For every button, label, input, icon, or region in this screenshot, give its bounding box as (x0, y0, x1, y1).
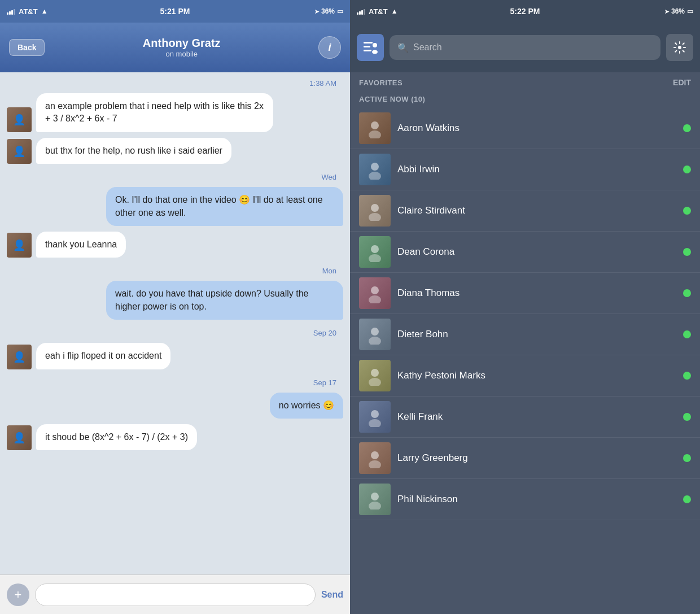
svg-point-22 (371, 451, 379, 459)
bubble-5: wait. do you have that upside down? Usua… (106, 281, 343, 320)
search-input[interactable] (413, 42, 653, 53)
battery-icon-right: ▭ (687, 7, 693, 15)
contact-avatar-c9 (359, 442, 391, 474)
contacts-icon (362, 40, 378, 55)
message-row-5: wait. do you have that upside down? Usua… (7, 281, 343, 320)
contact-name: Anthony Gratz (143, 37, 221, 50)
status-bar-right: AT&T ▲ 5:22 PM ➤ 36% ▭ (350, 0, 700, 23)
msg-timestamp-3: Wed (322, 173, 339, 181)
contact-avatar-c10 (359, 484, 391, 515)
arrow-icon: ➤ (314, 8, 319, 15)
back-button[interactable]: Back (9, 39, 45, 56)
svg-point-10 (371, 204, 379, 212)
input-bar: + Send (0, 574, 350, 614)
contacts-icon-button[interactable] (357, 34, 384, 61)
contact-row-c10[interactable]: Phil Nickinson (350, 479, 700, 520)
signal-icon (7, 8, 15, 15)
avatar-1: 👤 (7, 107, 32, 132)
avatar-icon (365, 118, 385, 138)
svg-point-4 (372, 50, 378, 54)
contact-avatar-c8 (359, 401, 391, 433)
contact-name-c1: Aaron Watkins (397, 123, 683, 134)
gear-icon (673, 41, 686, 54)
contact-row-c6[interactable]: Dieter Bohn (350, 314, 700, 355)
contact-name-c6: Dieter Bohn (397, 329, 683, 340)
message-input[interactable] (35, 583, 316, 606)
search-bar: 🔍 (390, 35, 660, 60)
online-indicator-c5 (683, 289, 691, 297)
send-button[interactable]: Send (321, 590, 343, 600)
time-left: 5:21 PM (160, 7, 190, 16)
contact-row-c2[interactable]: Abbi Irwin (350, 149, 700, 190)
plus-button[interactable]: + (7, 583, 29, 606)
svg-point-5 (678, 46, 681, 49)
right-toolbar: 🔍 (350, 23, 700, 72)
msg-timestamp-6: Sep 20 (313, 329, 339, 337)
svg-point-24 (371, 493, 379, 500)
arrow-icon-right: ➤ (664, 8, 669, 15)
active-now-header: ACTIVE NOW (10) (350, 90, 700, 108)
message-row-4: 👤 thank you Leanna (7, 232, 343, 258)
contact-name-c9: Larry Greenberg (397, 452, 683, 464)
gear-button[interactable] (666, 34, 693, 61)
status-bar-left: AT&T ▲ 5:21 PM ➤ 36% ▭ (0, 0, 350, 23)
contact-row-c1[interactable]: Aaron Watkins (350, 108, 700, 149)
svg-point-20 (371, 410, 379, 418)
online-indicator-c3 (683, 207, 691, 215)
contact-row-c4[interactable]: Dean Corona (350, 232, 700, 273)
avatar-6: 👤 (7, 345, 32, 369)
contact-row-c3[interactable]: Claire Stirdivant (350, 190, 700, 232)
svg-point-12 (371, 245, 379, 253)
avatar-8: 👤 (7, 425, 32, 450)
avatar-icon (365, 159, 385, 180)
contact-avatar-c4 (359, 236, 391, 268)
contact-avatar-c3 (359, 195, 391, 227)
svg-point-11 (369, 213, 381, 221)
avatar-icon (365, 407, 385, 427)
svg-point-17 (369, 337, 381, 345)
svg-point-8 (371, 163, 379, 171)
svg-point-14 (371, 286, 379, 294)
favorites-edit-button[interactable]: EDIT (673, 78, 691, 87)
bubble-4: thank you Leanna (36, 232, 126, 258)
contact-row-c7[interactable]: Kathy Pestoni Marks (350, 355, 700, 397)
online-indicator-c2 (683, 166, 691, 173)
msg-timestamp-5: Mon (322, 267, 339, 275)
bubble-1: an example problem that i need help with… (36, 93, 273, 132)
online-indicator-c9 (683, 454, 691, 462)
wifi-icon-right: ▲ (391, 7, 398, 15)
avatar-2: 👤 (7, 139, 32, 164)
avatar-icon (365, 489, 385, 510)
message-row-1: 👤 an example problem that i need help wi… (7, 93, 343, 132)
search-icon: 🔍 (397, 42, 409, 53)
svg-point-15 (369, 295, 381, 303)
favorites-label: FAVORITES (359, 79, 403, 87)
contact-name-c10: Phil Nickinson (397, 494, 683, 505)
avatar-icon (365, 365, 385, 386)
messages-area: 1:38 AM 👤 an example problem that i need… (0, 72, 350, 574)
svg-rect-3 (364, 50, 371, 51)
svg-point-18 (371, 369, 379, 377)
contact-row-c9[interactable]: Larry Greenberg (350, 438, 700, 479)
online-indicator-c10 (683, 495, 691, 503)
svg-point-23 (369, 460, 381, 468)
contact-row-c5[interactable]: Diana Thomas (350, 273, 700, 314)
msg-timestamp-7: Sep 17 (313, 378, 339, 387)
svg-point-13 (369, 254, 381, 262)
svg-point-19 (369, 378, 381, 386)
contact-avatar-c2 (359, 154, 391, 185)
contact-avatar-c7 (359, 360, 391, 391)
message-row-6: 👤 eah i flip floped it on accident (7, 343, 343, 369)
bubble-3: Ok. I'll do that one in the video 😊 I'll… (106, 187, 343, 226)
svg-point-16 (371, 328, 379, 336)
message-row-8: 👤 it shoud be (8x^2 + 6x - 7) / (2x + 3) (7, 424, 343, 450)
svg-point-21 (369, 419, 381, 427)
info-button[interactable]: i (318, 36, 341, 59)
message-row-7: no worries 😊 (7, 393, 343, 419)
nav-bar: Back Anthony Gratz on mobile i (0, 23, 350, 72)
avatar-icon (365, 448, 385, 468)
message-row-2: 👤 but thx for the help, no rush like i s… (7, 138, 343, 164)
status-right-right-items: ➤ 36% ▭ (664, 7, 693, 15)
contact-row-c8[interactable]: Kelli Frank (350, 397, 700, 438)
avatar-icon (365, 324, 385, 345)
